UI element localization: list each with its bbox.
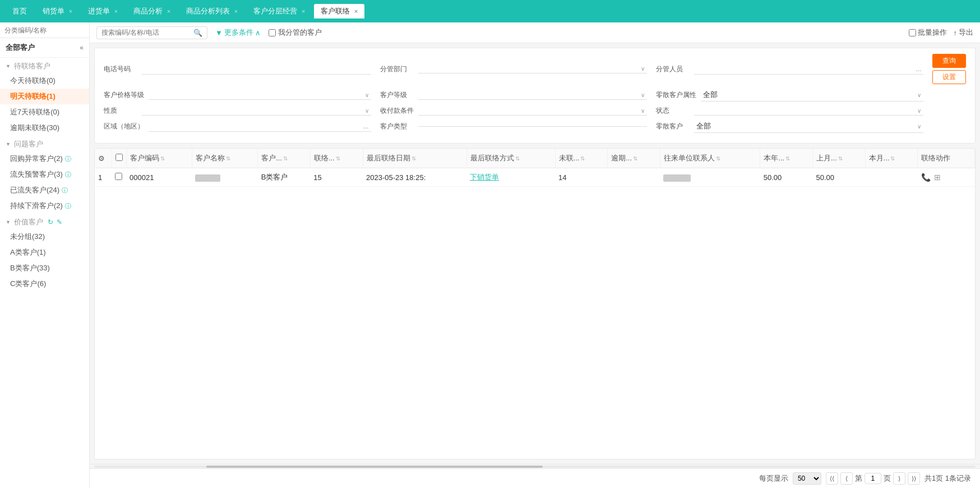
col-settings[interactable]: ⚙ <box>95 149 112 168</box>
col-last-method[interactable]: 最后联络方式⇅ <box>466 149 555 168</box>
table-header-row: ⚙ 客户编码⇅ 客户名称⇅ 客户...⇅ 联络...⇅ 最后联络日期⇅ 最后联络… <box>95 149 975 168</box>
select-all-checkbox[interactable] <box>115 154 123 161</box>
my-customers-checkbox[interactable]: 我分管的客户 <box>269 27 322 38</box>
sidebar-item-abnormal-repurchase[interactable]: 回购异常客户(2) ⓘ <box>0 151 89 167</box>
my-customers-check[interactable] <box>269 29 276 36</box>
sidebar-collapse-icon[interactable]: « <box>80 44 84 52</box>
col-last-date[interactable]: 最后联络日期⇅ <box>363 149 466 168</box>
row-code: 000021 <box>126 168 192 187</box>
nav-purchase-order[interactable]: 进货单 × <box>81 4 124 19</box>
filter-select-status[interactable]: ∨ <box>694 107 923 116</box>
nav-customer-tier[interactable]: 客户分层经营 × <box>247 4 312 19</box>
batch-checkbox[interactable] <box>909 29 916 36</box>
batch-operation-button[interactable]: 批量操作 <box>909 27 947 38</box>
close-purchase-order-icon[interactable]: × <box>114 8 118 15</box>
sidebar-item-7days[interactable]: 近7天待联络(0) <box>0 104 89 120</box>
chevron-nature-icon: ∨ <box>365 108 369 114</box>
search-input[interactable] <box>101 29 191 36</box>
page-unit: 页 <box>884 473 891 484</box>
sidebar-all-customers[interactable]: 全部客户 « <box>0 38 89 58</box>
filter-select-dept[interactable]: ∨ <box>418 65 648 73</box>
sidebar-section-problem[interactable]: ▼ 问题客户 <box>0 136 89 151</box>
refresh-value-icon[interactable]: ↻ <box>48 218 53 226</box>
close-sales-order-icon[interactable]: × <box>69 8 72 15</box>
filter-select-customer-level[interactable]: ∨ <box>418 91 648 100</box>
data-table-area: ⚙ 客户编码⇅ 客户名称⇅ 客户...⇅ 联络...⇅ 最后联络日期⇅ 最后联络… <box>94 148 976 459</box>
filter-label-price-level: 客户价格等级 <box>104 90 144 100</box>
edit-value-icon[interactable]: ✎ <box>57 218 62 226</box>
col-last-month[interactable]: 上月...⇅ <box>812 149 865 168</box>
horizontal-scrollbar[interactable] <box>90 464 980 468</box>
nav-sales-order[interactable]: 销货单 × <box>36 4 79 19</box>
info-icon-3: ⓘ <box>62 186 68 195</box>
filter-select-retail-customer[interactable]: 全部 ∨ <box>694 120 923 133</box>
filter-label-payment: 收付款条件 <box>380 106 414 116</box>
export-button[interactable]: ↑ 导出 <box>954 27 974 38</box>
col-checkbox[interactable] <box>112 149 126 168</box>
close-product-analysis-icon[interactable]: × <box>167 8 170 15</box>
row-checkbox[interactable] <box>112 168 126 187</box>
filter-input-phone[interactable] <box>142 64 371 75</box>
query-button[interactable]: 查询 <box>932 54 966 68</box>
close-product-list-icon[interactable]: × <box>234 8 238 15</box>
page-number-input[interactable] <box>865 473 881 484</box>
close-customer-tier-icon[interactable]: × <box>302 8 305 15</box>
sidebar-section-value[interactable]: ▼ 价值客户 ↻ ✎ <box>0 214 89 229</box>
col-name[interactable]: 客户名称⇅ <box>192 149 257 168</box>
row-last-method[interactable]: 下销货单 <box>466 168 555 187</box>
triangle-value-icon: ▼ <box>6 219 11 225</box>
settings-button[interactable]: 设置 <box>932 70 966 84</box>
filter-select-payment[interactable]: ∨ <box>418 107 648 116</box>
col-code[interactable]: 客户编码⇅ <box>126 149 192 168</box>
nav-product-analysis-list[interactable]: 商品分析列表 × <box>179 4 244 19</box>
filter-cell-retail-attr: 零散客户属性 全部 ∨ <box>656 89 932 102</box>
first-page-button[interactable]: ⟨⟨ <box>826 472 838 485</box>
sidebar-item-class-c[interactable]: C类客户(6) <box>0 276 89 292</box>
sidebar-item-ungrouped[interactable]: 未分组(32) <box>0 229 89 245</box>
filter-select-nature[interactable]: ∨ <box>142 107 371 116</box>
filter-select-retail-attr[interactable]: 全部 ∨ <box>701 89 923 102</box>
row-select-checkbox[interactable] <box>115 173 122 180</box>
filter-label-phone: 电话号码 <box>104 65 137 74</box>
col-contact-person[interactable]: 往来单位联系人⇅ <box>660 149 760 168</box>
row-this-year: 50.00 <box>760 168 813 187</box>
nav-customer-contact[interactable]: 客户联络 × <box>314 4 364 19</box>
nav-product-analysis[interactable]: 商品分析 × <box>127 4 177 19</box>
filter-select-manager[interactable]: ... <box>694 64 923 75</box>
main-content: 🔍 ▼ 更多条件 ∧ 我分管的客户 批量操作 ↑ 导出 <box>90 22 980 488</box>
page-label: 第 <box>855 473 862 484</box>
chevron-payment-icon: ∨ <box>641 108 645 114</box>
sidebar-section-pending[interactable]: ▼ 待联络客户 <box>0 58 89 73</box>
sidebar-item-churned[interactable]: 已流失客户(24) ⓘ <box>0 182 89 198</box>
table-row: 1 000021 Ea B类客户 15 2023-05-23 18:25: 下销… <box>95 168 975 187</box>
col-type[interactable]: 客户...⇅ <box>258 149 311 168</box>
col-contact-count[interactable]: 联络...⇅ <box>310 149 363 168</box>
scrollbar-thumb[interactable] <box>206 466 543 468</box>
filter-select-region[interactable]: ... <box>149 121 371 132</box>
sidebar-item-today[interactable]: 今天待联络(0) <box>0 73 89 89</box>
next-page-button[interactable]: ⟩ <box>893 472 905 485</box>
nav-home[interactable]: 首页 <box>6 4 34 19</box>
phone-action-icon[interactable]: 📞 <box>921 173 931 182</box>
col-this-month[interactable]: 本月...⇅ <box>865 149 918 168</box>
sidebar-item-declining[interactable]: 持续下滑客户(2) ⓘ <box>0 198 89 214</box>
filter-select-price-level[interactable]: ∨ <box>149 91 371 100</box>
col-uncontacted[interactable]: 未联...⇅ <box>555 149 608 168</box>
grid-action-icon[interactable]: ⊞ <box>934 173 941 182</box>
sidebar-item-overdue[interactable]: 逾期未联络(30) <box>0 120 89 136</box>
close-customer-contact-icon[interactable]: × <box>354 8 358 15</box>
col-overdue[interactable]: 逾期...⇅ <box>608 149 660 168</box>
sidebar-item-churn-warning[interactable]: 流失预警客户(3) ⓘ <box>0 167 89 182</box>
sidebar-item-tomorrow[interactable]: 明天待联络(1) <box>0 89 89 104</box>
filter-input-customer-type[interactable] <box>418 126 648 127</box>
more-filter-button[interactable]: ▼ 更多条件 ∧ <box>212 26 264 39</box>
per-page-select[interactable]: 50 10 20 100 <box>793 472 821 485</box>
col-this-year[interactable]: 本年...⇅ <box>760 149 813 168</box>
last-page-button[interactable]: ⟩⟩ <box>908 472 920 485</box>
sidebar-item-class-b[interactable]: B类客户(33) <box>0 260 89 276</box>
sidebar-item-class-a[interactable]: A类客户(1) <box>0 245 89 260</box>
row-name[interactable]: Ea <box>192 168 257 187</box>
prev-page-button[interactable]: ⟨ <box>840 472 853 485</box>
sidebar-search-input[interactable] <box>4 26 89 34</box>
search-icon[interactable]: 🔍 <box>193 29 202 37</box>
